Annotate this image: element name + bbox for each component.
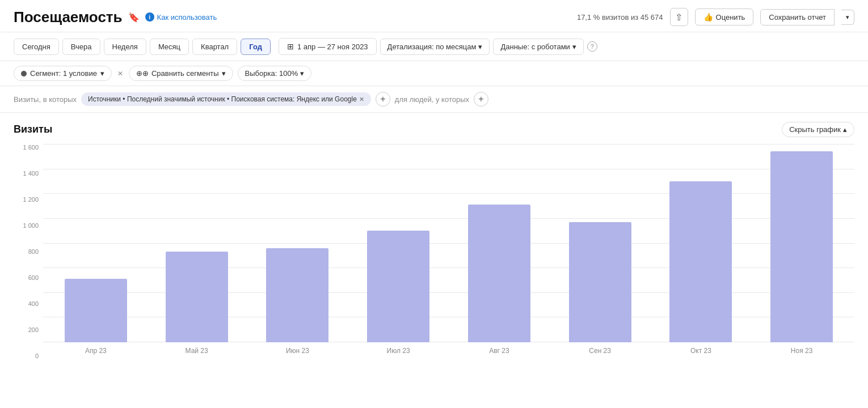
chart-body: Апр 23Май 23Июн 23Июл 23Авг 23Сен 23Окт … bbox=[43, 144, 854, 359]
bars-area bbox=[43, 144, 854, 342]
help-icon[interactable]: ? bbox=[587, 41, 597, 52]
header-left: Посещаемость 🔖 i Как использовать bbox=[14, 8, 217, 26]
add-people-filter-button[interactable]: + bbox=[474, 92, 488, 107]
bar-group[interactable] bbox=[351, 144, 445, 342]
chart-container: 1 6001 4001 2001 0008006004002000 Апр 23… bbox=[14, 144, 854, 359]
period-toolbar: Сегодня Вчера Неделя Месяц Квартал Год ⊞… bbox=[0, 32, 868, 61]
bar-group[interactable] bbox=[49, 144, 143, 342]
bar-group[interactable] bbox=[452, 144, 546, 342]
y-axis-label: 400 bbox=[14, 300, 39, 307]
bookmark-icon[interactable]: 🔖 bbox=[128, 12, 140, 23]
visits-stat: 17,1 % визитов из 45 674 bbox=[577, 13, 663, 22]
y-axis-label: 600 bbox=[14, 274, 39, 281]
header-right: 17,1 % визитов из 45 674 ⇧ 👍 Оценить Сох… bbox=[577, 8, 854, 26]
y-axis-label: 200 bbox=[14, 326, 39, 333]
bar-group[interactable] bbox=[755, 144, 849, 342]
x-labels: Апр 23Май 23Июн 23Июл 23Авг 23Сен 23Окт … bbox=[43, 342, 854, 359]
data-button[interactable]: Данные: с роботами ▾ bbox=[493, 39, 583, 55]
chevron-down-icon: ▾ bbox=[300, 69, 304, 78]
tab-quarter[interactable]: Квартал bbox=[192, 39, 237, 55]
filter-for-label: для людей, у которых bbox=[395, 95, 469, 104]
save-report-button[interactable]: Сохранить отчет bbox=[760, 9, 835, 26]
detail-button[interactable]: Детализация: по месяцам ▾ bbox=[380, 39, 490, 55]
y-axis-label: 1 200 bbox=[14, 196, 39, 203]
compare-segments-button[interactable]: ⊕⊕ Сравнить сегменты ▾ bbox=[129, 66, 233, 81]
segment-dot-icon bbox=[21, 71, 27, 76]
page-title: Посещаемость bbox=[14, 8, 123, 26]
info-icon: i bbox=[145, 12, 154, 22]
bar[interactable] bbox=[468, 205, 530, 342]
x-axis-label: Июн 23 bbox=[251, 347, 345, 355]
chevron-down-icon: ▾ bbox=[478, 42, 482, 51]
save-report-arrow-button[interactable]: ▾ bbox=[841, 10, 854, 25]
y-axis-label: 800 bbox=[14, 248, 39, 255]
chevron-down-icon: ▾ bbox=[572, 42, 576, 51]
y-axis-label: 1 400 bbox=[14, 170, 39, 177]
filter-visits-label: Визиты, в которых bbox=[14, 95, 77, 104]
bar[interactable] bbox=[166, 252, 228, 342]
chevron-down-icon: ▾ bbox=[222, 69, 226, 78]
export-icon: ⇧ bbox=[675, 12, 682, 23]
y-axis-label: 1 000 bbox=[14, 222, 39, 229]
tab-today[interactable]: Сегодня bbox=[14, 39, 59, 55]
rate-button[interactable]: 👍 Оценить bbox=[695, 8, 754, 26]
x-axis-label: Окт 23 bbox=[654, 347, 748, 355]
x-axis-label: Июл 23 bbox=[351, 347, 445, 355]
bar-group[interactable] bbox=[553, 144, 647, 342]
compare-icon: ⊕⊕ bbox=[136, 69, 149, 78]
filter-row: Визиты, в которых Источники • Последний … bbox=[0, 86, 868, 113]
segment-pill[interactable]: Сегмент: 1 условие ▾ bbox=[14, 66, 112, 81]
x-axis-label: Май 23 bbox=[150, 347, 244, 355]
calendar-grid-icon: ⊞ bbox=[287, 42, 294, 51]
bar[interactable] bbox=[266, 248, 328, 342]
bar[interactable] bbox=[65, 279, 127, 342]
bar[interactable] bbox=[367, 231, 429, 342]
x-axis-label: Ноя 23 bbox=[755, 347, 849, 355]
filter-tag: Источники • Последний значимый источник … bbox=[81, 92, 371, 106]
date-range-button[interactable]: ⊞ 1 апр — 27 ноя 2023 bbox=[279, 38, 377, 55]
tab-yesterday[interactable]: Вчера bbox=[62, 39, 100, 55]
bar-group[interactable] bbox=[150, 144, 244, 342]
bar-group[interactable] bbox=[654, 144, 748, 342]
chevron-up-icon: ▴ bbox=[843, 125, 847, 134]
y-axis: 1 6001 4001 2001 0008006004002000 bbox=[14, 144, 43, 359]
chart-header: Визиты Скрыть график ▴ bbox=[14, 122, 854, 137]
y-axis-label: 0 bbox=[14, 352, 39, 359]
tab-month[interactable]: Месяц bbox=[150, 39, 189, 55]
hide-chart-button[interactable]: Скрыть график ▴ bbox=[782, 122, 854, 137]
bar[interactable] bbox=[669, 181, 732, 342]
page-header: Посещаемость 🔖 i Как использовать 17,1 %… bbox=[0, 0, 868, 32]
bar[interactable] bbox=[770, 151, 833, 342]
thumb-icon: 👍 bbox=[703, 12, 713, 22]
segment-close-button[interactable]: ✕ bbox=[116, 70, 124, 78]
chart-title: Визиты bbox=[14, 124, 52, 135]
x-axis-label: Сен 23 bbox=[553, 347, 647, 355]
add-filter-button[interactable]: + bbox=[376, 92, 390, 107]
sample-button[interactable]: Выборка: 100% ▾ bbox=[238, 66, 312, 81]
bar[interactable] bbox=[569, 222, 631, 342]
x-axis-label: Авг 23 bbox=[452, 347, 546, 355]
bar-group[interactable] bbox=[251, 144, 345, 342]
tab-year[interactable]: Год bbox=[241, 39, 271, 55]
x-axis-label: Апр 23 bbox=[49, 347, 143, 355]
tab-week[interactable]: Неделя bbox=[104, 39, 146, 55]
how-to-use-button[interactable]: i Как использовать bbox=[145, 12, 217, 22]
chevron-down-icon: ▾ bbox=[100, 69, 104, 78]
export-button[interactable]: ⇧ bbox=[670, 8, 688, 26]
segment-bar: Сегмент: 1 условие ▾ ✕ ⊕⊕ Сравнить сегме… bbox=[0, 61, 868, 86]
filter-tag-close-button[interactable]: ✕ bbox=[359, 96, 364, 103]
chart-section: Визиты Скрыть график ▴ 1 6001 4001 2001 … bbox=[0, 113, 868, 359]
y-axis-label: 1 600 bbox=[14, 144, 39, 151]
